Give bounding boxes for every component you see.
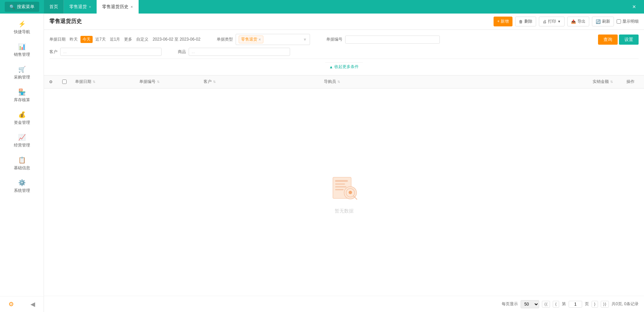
goods-placeholder: ... xyxy=(192,49,195,54)
tab-home[interactable]: 首页 xyxy=(44,0,64,14)
customer-placeholder: ... xyxy=(63,49,67,54)
next-page-button[interactable]: ⟩ xyxy=(592,301,598,308)
print-button-label: 打印 xyxy=(548,19,556,24)
page-number-input[interactable] xyxy=(569,301,582,308)
print-button[interactable]: 🖨 打印 ▼ xyxy=(539,17,565,26)
th-settings[interactable]: ⚙ xyxy=(44,76,57,88)
empty-text: 暂无数据 xyxy=(335,208,354,214)
th-bill-no[interactable]: 单据编号 ⇅ xyxy=(135,75,199,88)
empty-state: 暂无数据 xyxy=(44,89,644,296)
sidebar-item-quick-nav[interactable]: ⚡ 快捷导航 xyxy=(0,16,44,39)
page-title: 零售退货历史 xyxy=(49,18,82,25)
export-button[interactable]: 📤 导出 xyxy=(567,17,589,26)
delete-button-label: 删除 xyxy=(524,19,532,24)
tab-retail-return-close[interactable]: × xyxy=(89,5,91,9)
page-size-label: 每页显示 xyxy=(502,301,518,307)
sidebar-item-sales-label: 销售管理 xyxy=(14,52,30,58)
sidebar-items: ⚡ 快捷导航 📊 销售管理 🛒 采购管理 🏪 库存核算 💰 资金管理 📈 xyxy=(0,14,44,296)
refresh-button-label: 刷新 xyxy=(602,19,610,24)
sidebar-item-inventory[interactable]: 🏪 库存核算 xyxy=(0,84,44,107)
sidebar-item-basic-info[interactable]: 📋 基础信息 xyxy=(0,152,44,175)
delete-button[interactable]: 🗑 删除 xyxy=(515,17,536,26)
sidebar-footer: ⚙ ◀ xyxy=(0,296,44,312)
tab-retail-return[interactable]: 零售退货 × xyxy=(64,0,97,14)
bill-type-tag: 零售退货 × xyxy=(239,36,263,43)
bill-type-select[interactable]: 零售退货 × ▼ xyxy=(236,34,310,45)
sidebar-item-sales-mgmt[interactable]: 📊 销售管理 xyxy=(0,39,44,62)
th-amount-label: 实销金额 xyxy=(593,79,609,85)
system-icon: ⚙️ xyxy=(18,179,26,186)
sidebar-collapse-button[interactable]: ◀ xyxy=(30,300,35,308)
guide-sort-icon: ⇅ xyxy=(337,80,340,84)
purchase-icon: 🛒 xyxy=(18,66,26,73)
sidebar-item-operations[interactable]: 📈 经营管理 xyxy=(0,130,44,152)
refresh-button[interactable]: 🔄 刷新 xyxy=(592,17,614,26)
show-detail-label: 显示明细 xyxy=(622,19,639,24)
sidebar-item-system-mgmt[interactable]: ⚙️ 系统管理 xyxy=(0,175,44,198)
show-detail-checkbox[interactable] xyxy=(617,19,621,24)
collapse-button[interactable]: ▲ 收起更多条件 xyxy=(325,62,363,71)
shortcut-7days[interactable]: 近7天 xyxy=(94,36,107,43)
sidebar-item-finance[interactable]: 💰 资金管理 xyxy=(0,107,44,130)
collapse-row: ▲ 收起更多条件 xyxy=(49,59,639,71)
export-icon: 📤 xyxy=(571,19,576,24)
empty-icon xyxy=(327,170,361,204)
date-range-display: 2023-06-02 至 2023-06-02 xyxy=(152,37,200,42)
new-button[interactable]: + 新增 xyxy=(494,17,512,26)
sidebar-settings-button[interactable]: ⚙ xyxy=(8,300,14,308)
th-amount[interactable]: 实销金额 ⇅ xyxy=(384,75,617,88)
bill-type-label: 单据类型 xyxy=(217,37,233,42)
bill-type-tag-close[interactable]: × xyxy=(259,37,261,42)
print-chevron-icon: ▼ xyxy=(557,20,561,23)
content-area: 零售退货历史 + 新增 🗑 删除 🖨 打印 ▼ 📤 导出 xyxy=(44,14,644,312)
select-all-checkbox[interactable] xyxy=(62,80,67,84)
date-shortcuts: 昨天 今天 近7天 近1月 更多 自定义 xyxy=(68,36,150,43)
shortcut-more[interactable]: 更多 xyxy=(123,36,134,43)
filter-row-2: 客户 ... 商品 ... xyxy=(49,48,639,56)
table-area: ⚙ 单据日期 ⇅ 单据编号 ⇅ 客户 ⇅ 导购员 xyxy=(44,75,644,296)
show-detail-checkbox-label[interactable]: 显示明细 xyxy=(617,19,639,24)
last-page-button[interactable]: ⟩⟩ xyxy=(601,301,609,308)
shortcut-1month[interactable]: 近1月 xyxy=(109,36,122,43)
th-customer[interactable]: 客户 ⇅ xyxy=(199,75,320,88)
bill-no-input[interactable] xyxy=(345,36,440,44)
shortcut-custom[interactable]: 自定义 xyxy=(135,36,150,43)
setup-button[interactable]: 设置 xyxy=(619,35,639,45)
first-page-button[interactable]: ⟨⟨ xyxy=(542,301,550,308)
table-settings-icon[interactable]: ⚙ xyxy=(49,80,53,84)
sidebar-item-quick-nav-label: 快捷导航 xyxy=(14,29,30,35)
sidebar-item-inventory-label: 库存核算 xyxy=(14,97,30,103)
query-button[interactable]: 查询 xyxy=(598,35,618,45)
th-date[interactable]: 单据日期 ⇅ xyxy=(71,75,135,88)
page-size-select[interactable]: 50 20 100 xyxy=(521,300,539,308)
shortcut-today[interactable]: 今天 xyxy=(80,36,93,43)
customer-filter: 客户 ... xyxy=(49,48,162,56)
svg-rect-4 xyxy=(335,189,343,190)
svg-rect-1 xyxy=(335,180,348,182)
th-customer-label: 客户 xyxy=(204,79,212,85)
finance-icon: 💰 xyxy=(18,111,26,118)
sidebar-item-purchase-mgmt[interactable]: 🛒 采购管理 xyxy=(0,62,44,84)
tab-retail-return-history-close[interactable]: × xyxy=(130,5,133,9)
search-menu-button[interactable]: 🔍 搜索菜单 xyxy=(5,2,39,12)
inventory-icon: 🏪 xyxy=(18,88,26,96)
top-bar: 🔍 搜索菜单 首页 零售退货 × 零售退货历史 × × xyxy=(0,0,644,14)
page-header: 零售退货历史 + 新增 🗑 删除 🖨 打印 ▼ 📤 导出 xyxy=(44,14,644,30)
th-guide[interactable]: 导购员 ⇅ xyxy=(320,75,384,88)
top-bar-left: 🔍 搜索菜单 xyxy=(0,0,44,14)
shortcut-yesterday[interactable]: 昨天 xyxy=(68,36,79,43)
prev-page-button[interactable]: ⟨ xyxy=(553,301,559,308)
refresh-icon: 🔄 xyxy=(596,19,601,24)
sidebar-item-operations-label: 经营管理 xyxy=(14,142,30,148)
date-filter: 单据日期 昨天 今天 近7天 近1月 更多 自定义 2023-06-02 至 2… xyxy=(49,36,200,43)
th-checkbox[interactable] xyxy=(57,76,71,87)
tab-retail-return-history[interactable]: 零售退货历史 × xyxy=(97,0,138,14)
quick-nav-icon: ⚡ xyxy=(18,20,26,28)
sales-icon: 📊 xyxy=(18,43,26,50)
amount-sort-icon: ⇅ xyxy=(610,80,613,84)
customer-select[interactable]: ... xyxy=(60,48,162,56)
th-ops: 操作 xyxy=(617,75,644,88)
tab-home-label: 首页 xyxy=(49,4,58,10)
goods-select[interactable]: ... xyxy=(189,48,290,56)
close-app-button[interactable]: × xyxy=(629,3,639,10)
